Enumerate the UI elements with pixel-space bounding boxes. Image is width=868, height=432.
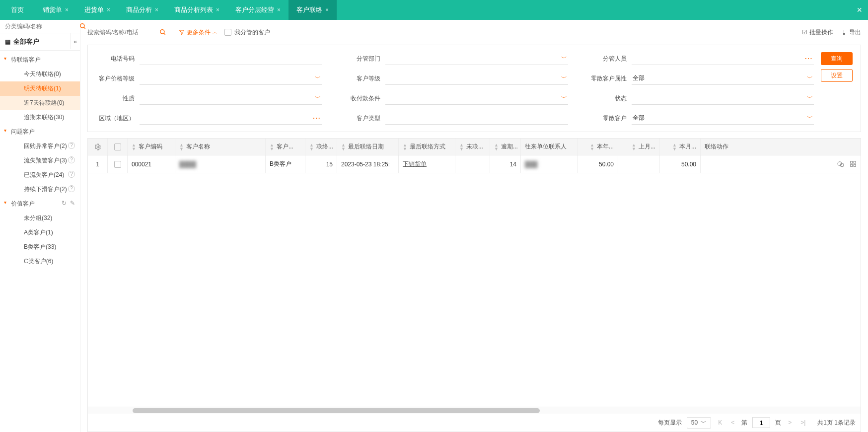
- phone-field[interactable]: [140, 52, 322, 65]
- header-cust[interactable]: ▲▼客户...: [266, 139, 305, 155]
- tree-item-overdue[interactable]: 逾期未联络(30): [0, 110, 80, 125]
- tree-group-pending[interactable]: 待联络客户: [0, 53, 80, 67]
- header-last-date[interactable]: ▲▼最后联络日期: [337, 139, 399, 155]
- row-checkbox[interactable]: [108, 155, 128, 173]
- close-all-icon[interactable]: ×: [857, 0, 862, 20]
- tree-item-class-c[interactable]: C类客户(6): [0, 254, 80, 269]
- tab-home[interactable]: 首页: [0, 0, 35, 20]
- last-method-link[interactable]: 下销货单: [403, 160, 427, 168]
- dept-field[interactable]: ﹀: [385, 52, 568, 65]
- main-search-input[interactable]: [87, 29, 159, 36]
- header-code[interactable]: ▲▼客户编码: [128, 139, 175, 155]
- person-field[interactable]: ···: [632, 52, 814, 65]
- tree-item-churned[interactable]: 已流失客户(24)?: [0, 168, 80, 182]
- cell-this-year: 50.00: [578, 155, 618, 173]
- prev-page-button[interactable]: <: [729, 419, 736, 426]
- tree-group-problem[interactable]: 问题客户: [0, 125, 80, 139]
- tree-item-class-b[interactable]: B类客户(33): [0, 240, 80, 254]
- table-settings-icon[interactable]: [88, 139, 108, 155]
- close-icon[interactable]: ×: [107, 6, 110, 13]
- page-number-input[interactable]: [752, 417, 770, 428]
- tab-label: 销货单: [43, 5, 62, 14]
- qrcode-icon[interactable]: [850, 160, 857, 168]
- filter-label-price-level: 客户价格等级: [96, 74, 140, 83]
- close-icon[interactable]: ×: [277, 6, 281, 13]
- status-field[interactable]: ﹀: [632, 92, 814, 105]
- tree-item-repurchase-abnormal[interactable]: 回购异常客户(2)?: [0, 139, 80, 153]
- edit-icon[interactable]: ✎: [70, 200, 75, 207]
- tab-label: 客户分层经营: [235, 5, 274, 14]
- tree-item-7days[interactable]: 近7天待联络(0): [0, 96, 80, 110]
- header-no-contact[interactable]: ▲▼未联...: [455, 139, 490, 155]
- tab-purchase-order[interactable]: 进货单×: [76, 0, 118, 20]
- close-icon[interactable]: ×: [155, 6, 158, 13]
- tab-product-analysis-list[interactable]: 商品分析列表×: [166, 0, 227, 20]
- close-icon[interactable]: ×: [65, 6, 69, 13]
- tree-item-ungrouped[interactable]: 未分组(32): [0, 211, 80, 225]
- chevron-down-icon: ﹀: [561, 74, 567, 82]
- grid-icon: ▦: [5, 38, 10, 45]
- help-icon[interactable]: ?: [68, 185, 75, 192]
- tree-item-today[interactable]: 今天待联络(0): [0, 67, 80, 81]
- checkbox-icon: [114, 144, 121, 150]
- tree-item-churn-warning[interactable]: 流失预警客户(3)?: [0, 153, 80, 168]
- wechat-icon[interactable]: [837, 160, 845, 168]
- more-conditions-toggle[interactable]: 更多条件 ︿: [179, 28, 217, 37]
- header-this-month[interactable]: ▲▼本月...: [660, 139, 701, 155]
- region-field[interactable]: ···: [140, 112, 322, 125]
- header-checkbox[interactable]: [108, 139, 128, 155]
- retail-attr-field[interactable]: 全部﹀: [632, 72, 814, 85]
- sidebar-search: [0, 20, 80, 33]
- filter-icon: [179, 29, 185, 35]
- close-icon[interactable]: ×: [216, 6, 219, 13]
- sidebar-collapse-icon[interactable]: «: [70, 33, 80, 49]
- sidebar-all-customers[interactable]: ▦ 全部客户 «: [0, 33, 80, 51]
- search-icon[interactable]: [159, 29, 166, 36]
- pay-terms-field[interactable]: ﹀: [385, 92, 568, 105]
- tree-item-declining[interactable]: 持续下滑客户(2)?: [0, 182, 80, 197]
- my-customers-checkbox[interactable]: 我分管的客户: [224, 28, 270, 37]
- help-icon[interactable]: ?: [68, 171, 75, 178]
- tab-customer-contact[interactable]: 客户联络×: [289, 0, 337, 20]
- batch-operation-button[interactable]: ☑ 批量操作: [802, 28, 833, 37]
- svg-rect-9: [851, 164, 853, 166]
- header-last-method[interactable]: ▲▼最后联络方式: [399, 139, 455, 155]
- price-level-field[interactable]: ﹀: [140, 72, 322, 85]
- tab-customer-tier[interactable]: 客户分层经营×: [227, 0, 289, 20]
- cust-level-field[interactable]: ﹀: [385, 72, 568, 85]
- th-label: 未联...: [466, 143, 483, 151]
- help-icon[interactable]: ?: [68, 156, 75, 163]
- chevron-down-icon: ﹀: [315, 74, 321, 82]
- tab-product-analysis[interactable]: 商品分析×: [118, 0, 166, 20]
- chevron-down-icon: ﹀: [701, 419, 707, 427]
- cell-value: ███: [525, 161, 538, 168]
- next-page-button[interactable]: >: [786, 419, 794, 426]
- header-contact-gap[interactable]: ▲▼联络...: [305, 139, 337, 155]
- nature-field[interactable]: ﹀: [140, 92, 322, 105]
- export-button[interactable]: ⭳ 导出: [841, 28, 861, 37]
- th-label: 最后联络方式: [410, 143, 445, 151]
- first-page-button[interactable]: K: [716, 419, 724, 426]
- retail-cust-field[interactable]: 全部﹀: [632, 112, 814, 125]
- header-contact-person[interactable]: 往来单位联系人: [521, 139, 578, 155]
- settings-button[interactable]: 设置: [821, 69, 853, 82]
- refresh-icon[interactable]: ↻: [62, 200, 67, 207]
- sidebar-search-input[interactable]: [5, 23, 79, 30]
- tree-item-class-a[interactable]: A类客户(1): [0, 225, 80, 240]
- help-icon[interactable]: ?: [68, 142, 75, 149]
- search-icon[interactable]: [79, 23, 86, 30]
- tree-group-value[interactable]: 价值客户 ↻ ✎: [0, 197, 80, 211]
- tree-item-tomorrow[interactable]: 明天待联络(1): [0, 81, 80, 96]
- scrollbar-thumb[interactable]: [133, 408, 540, 413]
- header-this-year[interactable]: ▲▼本年...: [578, 139, 618, 155]
- header-name[interactable]: ▲▼客户名称: [175, 139, 266, 155]
- header-overdue[interactable]: ▲▼逾期...: [490, 139, 521, 155]
- per-page-select[interactable]: 50﹀: [687, 417, 711, 429]
- last-page-button[interactable]: >|: [798, 419, 807, 426]
- cust-type-field[interactable]: [385, 112, 568, 125]
- horizontal-scrollbar[interactable]: [88, 407, 861, 414]
- query-button[interactable]: 查询: [821, 52, 853, 65]
- header-last-month[interactable]: ▲▼上月...: [618, 139, 660, 155]
- tab-sales-order[interactable]: 销货单×: [35, 0, 76, 20]
- close-icon[interactable]: ×: [325, 6, 329, 13]
